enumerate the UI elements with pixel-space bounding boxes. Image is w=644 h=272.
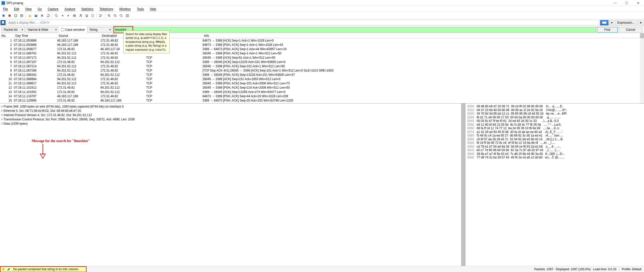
details-scrollbar[interactable] (461, 104, 465, 266)
hex-row[interactable]: 0070 a1 41 29 a4 93 45 5f 46 d3 fa c0 ab… (467, 130, 642, 134)
minimize-button[interactable]: — (609, 0, 621, 6)
cancel-find-button[interactable]: Cancel (619, 27, 642, 32)
hex-row[interactable]: 0050 e9 11 90 bf 94 22 05 5e 9c f1 b5 4c… (467, 123, 642, 127)
go-forward-icon[interactable] (66, 13, 71, 18)
menu-view[interactable]: View (22, 6, 35, 12)
reload-icon[interactable] (46, 13, 51, 18)
packet-list-pane[interactable]: No. Day Time Source Destination Info 107… (0, 33, 644, 103)
resize-columns-icon[interactable] (125, 13, 130, 18)
go-first-icon[interactable] (78, 13, 83, 18)
expression-button[interactable]: Expression... (615, 20, 637, 25)
col-header-time[interactable]: Day Time (14, 33, 57, 38)
hex-row[interactable]: 0030 f6 d1 71 d4 00 00 17 03 03 04 0a 00… (467, 116, 642, 119)
window-title: DP2.pcapng (7, 1, 609, 5)
display-filter-bar: ▾ Expression... + (0, 19, 644, 26)
hex-row[interactable]: 0020 34 70 0d 3d 65 bd 12 c1 05 65 95 96… (467, 112, 642, 116)
menu-capture[interactable]: Capture (45, 6, 62, 12)
hex-row[interactable]: 00e0 77 d9 74 2c ba 20 b7 43 40 f4 1e c4… (467, 156, 642, 159)
table-row[interactable]: 807:16:11.08728694.201.52.112172.31.46.8… (0, 68, 644, 73)
save-file-icon[interactable] (33, 13, 38, 18)
tree-item[interactable]: Frame 346: 1093 bytes on wire (8744 bits… (1, 105, 464, 109)
tree-item[interactable]: Data (1039 bytes) (1, 122, 464, 126)
apply-filter-button[interactable] (600, 20, 609, 25)
table-row[interactable]: 207:16:11.05388646.183.117.188172.31.46.… (0, 43, 644, 47)
table-row[interactable]: 507:16:11.08717294.201.52.112172.31.46.8… (0, 55, 644, 60)
zoom-out-icon[interactable] (113, 13, 118, 18)
find-button[interactable]: Find (597, 27, 617, 32)
hex-row[interactable]: 00b0 cd 78 e1 b7 04 a4 9a 38 0d 04 ce f6… (467, 145, 642, 149)
col-header-source[interactable]: Source (57, 33, 100, 38)
search-pane-combo[interactable]: Packet list (2, 27, 25, 32)
table-row[interactable]: 707:16:11.08721494.201.52.112172.31.46.8… (0, 64, 644, 68)
search-input[interactable] (113, 27, 596, 32)
auto-scroll-icon[interactable] (90, 13, 95, 18)
expert-info-icon[interactable] (2, 268, 5, 270)
packet-details-pane[interactable]: Frame 346: 1093 bytes on wire (8744 bits… (0, 104, 465, 266)
zoom-reset-icon[interactable] (119, 13, 124, 18)
filter-history-dropdown[interactable]: ▾ (610, 20, 614, 25)
display-filter-input[interactable] (7, 20, 599, 25)
menu-statistics[interactable]: Statistics (78, 6, 96, 12)
add-filter-button[interactable]: + (638, 20, 643, 25)
tree-item[interactable]: Ethernet II, Src: 06:71:09:cb:f8:02, Dst… (1, 109, 464, 113)
hex-row[interactable]: 00d0 38 0b e7 a7 4f 5b 52 e3 7c d8 15 9b… (467, 152, 642, 156)
menu-file[interactable]: File (0, 6, 11, 12)
table-row[interactable]: 607:16:11.087197172.31.46.8294.201.52.11… (0, 60, 644, 64)
find-packet-icon[interactable] (54, 13, 59, 18)
col-header-no[interactable]: No. (0, 33, 14, 38)
table-row[interactable]: 1507:16:11.120985172.31.46.8246.183.117.… (0, 98, 644, 103)
svg-rect-32 (127, 14, 128, 17)
menu-go[interactable]: Go (35, 6, 45, 12)
status-profile[interactable]: Profile: Default (619, 267, 644, 271)
svg-rect-20 (100, 16, 101, 17)
start-capture-icon[interactable] (1, 13, 6, 18)
close-button[interactable]: ✕ (632, 0, 644, 6)
packet-list-scrollbar[interactable] (640, 33, 644, 103)
close-file-icon[interactable] (39, 13, 45, 18)
svg-rect-0 (3, 15, 5, 17)
maximize-button[interactable]: ☐ (621, 0, 632, 6)
table-row[interactable]: 1207:16:11.101512172.31.46.8294.201.52.1… (0, 85, 644, 90)
table-row[interactable]: 307:16:11.059077172.31.46.8246.183.117.1… (0, 47, 644, 51)
tree-item[interactable]: Transmission Control Protocol, Src Port:… (1, 117, 464, 122)
table-row[interactable]: 1007:16:11.08898494.201.52.112172.31.46.… (0, 77, 644, 81)
menu-help[interactable]: Help (147, 6, 159, 12)
hex-row[interactable]: 0010 04 37 23 6d 40 00 80 06 00 00 ac 1f… (467, 108, 642, 112)
table-row[interactable]: 107:16:11.05388646.183.117.188172.31.46.… (0, 38, 644, 43)
packet-bytes-pane[interactable]: 0000 06 48 80 e6 d7 20 06 71 09 cb f8 02… (465, 104, 644, 266)
hex-row[interactable]: 0000 06 48 80 e6 d7 20 06 71 09 cb f8 02… (467, 105, 642, 108)
restart-capture-icon[interactable] (13, 13, 18, 18)
colorize-icon[interactable] (98, 13, 103, 18)
bookmark-filter-icon[interactable] (1, 20, 6, 25)
stop-capture-icon[interactable] (7, 13, 12, 18)
table-row[interactable]: 1407:16:11.11679746.183.117.188172.31.46… (0, 94, 644, 98)
col-header-info[interactable]: Info (203, 33, 644, 38)
go-back-icon[interactable] (60, 13, 65, 18)
edit-capture-comment-icon[interactable] (7, 267, 11, 271)
open-file-icon[interactable] (27, 13, 32, 18)
hex-row[interactable]: 0040 00 03 5c b7 ff be f0 61 24 ed 83 2d… (467, 119, 642, 123)
table-row[interactable]: 1307:16:11.101552172.31.46.8294.201.52.1… (0, 90, 644, 94)
hex-row[interactable]: 0060 88 fa ff cd 11 74 77 12 ba 2e 05 39… (467, 126, 642, 130)
capture-options-icon[interactable] (19, 13, 24, 18)
table-row[interactable]: 1107:16:11.08981794.201.52.112172.31.46.… (0, 81, 644, 85)
menu-tools[interactable]: Tools (134, 6, 147, 12)
hex-row[interactable]: 0080 f3 48 0c c4 1a ea 00 27 db 68 61 3c… (467, 134, 642, 138)
hex-row[interactable]: 0090 c5 9f 57 da 28 29 e5 7c 32 04 91 d4… (467, 138, 642, 141)
zoom-in-icon[interactable] (107, 13, 112, 18)
title-bar: DP2.pcapng — ☐ ✕ (0, 0, 644, 6)
menu-wireless[interactable]: Wireless (116, 6, 134, 12)
table-row[interactable]: 907:16:11.088342172.31.46.8294.201.52.11… (0, 73, 644, 77)
menu-edit[interactable]: Edit (11, 6, 22, 12)
hex-row[interactable]: 00c0 e0 c7 7d 60 06 b0 03 b0 81 3a 7c 97… (467, 148, 642, 152)
hex-row[interactable]: 00a0 f9 18 ff 0d 49 72 6c c9 ef 5f 6c c2… (467, 141, 642, 145)
search-type-combo[interactable]: String (87, 27, 112, 32)
table-row[interactable]: 407:16:11.08678294.201.52.112172.31.46.8… (0, 51, 644, 55)
search-charset-combo[interactable]: Narrow & Wide (26, 27, 58, 32)
go-last-icon[interactable] (84, 13, 89, 18)
case-sensitive-checkbox[interactable] (61, 28, 64, 31)
go-to-packet-icon[interactable] (72, 13, 77, 18)
menu-telephony[interactable]: Telephony (96, 6, 116, 12)
menu-analyze[interactable]: Analyze (62, 6, 78, 12)
tree-item[interactable]: Internet Protocol Version 4, Src: 172.31… (1, 113, 464, 117)
